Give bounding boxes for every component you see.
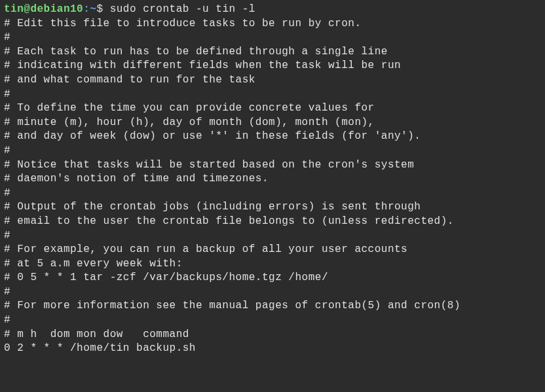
terminal-output: # Edit this file to introduce tasks to b… (4, 17, 541, 356)
output-line: # (4, 285, 541, 300)
prompt-command: sudo crontab -u tin -l (110, 3, 255, 15)
output-line: # (4, 31, 541, 45)
output-line: # (4, 144, 541, 158)
output-line: # (4, 88, 541, 102)
output-line: # Each task to run has to be defined thr… (4, 45, 541, 60)
output-line: # at 5 a.m every week with: (4, 257, 541, 272)
output-line: # email to the user the crontab file bel… (4, 215, 541, 229)
output-line: # and day of week (dow) or use '*' in th… (4, 130, 541, 144)
prompt-user-host: tin@debian10 (4, 3, 83, 15)
output-line: # (4, 187, 541, 201)
output-line: # (4, 313, 541, 328)
output-line: # and what command to run for the task (4, 73, 541, 88)
prompt-separator: : (83, 3, 90, 15)
prompt-symbol: $ (96, 3, 103, 15)
output-line: # To define the time you can provide con… (4, 101, 541, 116)
output-line: # 0 5 * * 1 tar -zcf /var/backups/home.t… (4, 271, 541, 285)
output-line: # Notice that tasks will be started base… (4, 158, 541, 173)
output-line: # Edit this file to introduce tasks to b… (4, 17, 541, 31)
output-line: # m h dom mon dow command (4, 328, 541, 342)
output-line: 0 2 * * * /home/tin backup.sh (4, 342, 541, 356)
output-line: # Output of the crontab jobs (including … (4, 200, 541, 215)
terminal-prompt-line[interactable]: tin@debian10:~$ sudo crontab -u tin -l (4, 3, 541, 17)
output-line: # For example, you can run a backup of a… (4, 243, 541, 257)
output-line: # indicating with different fields when … (4, 59, 541, 73)
output-line: # daemon's notion of time and timezones. (4, 172, 541, 187)
prompt-path: ~ (90, 3, 96, 15)
output-line: # For more information see the manual pa… (4, 299, 541, 313)
output-line: # (4, 229, 541, 243)
output-line: # minute (m), hour (h), day of month (do… (4, 116, 541, 130)
